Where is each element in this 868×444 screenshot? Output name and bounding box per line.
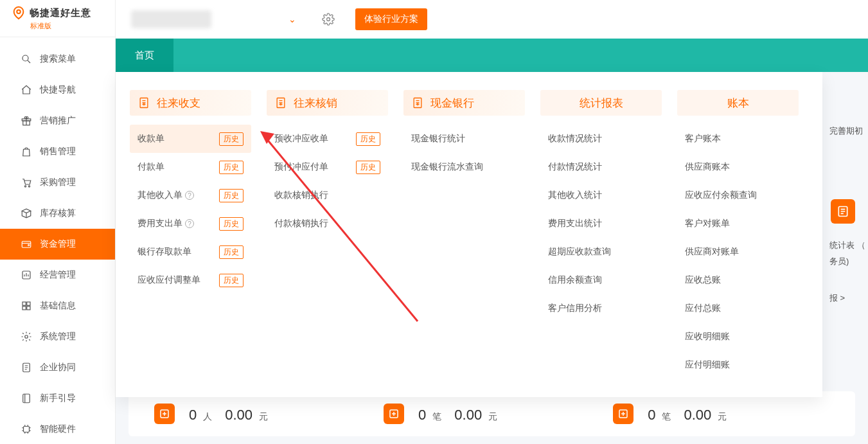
menu-item[interactable]: 信用余额查询 (540, 266, 662, 294)
menu-item-label: 超期应收款查询 (548, 246, 611, 258)
stat-unit: 人 (203, 411, 212, 423)
help-icon[interactable]: ? (185, 191, 194, 200)
history-tag[interactable]: 历史 (219, 132, 244, 146)
menu-item[interactable]: 应收明细账 (677, 323, 799, 351)
column-title: 往来收支 (157, 96, 200, 111)
menu-column: 往来收支收款单历史付款单历史其他收入单?历史费用支出单?历史银行存取款单历史应收… (122, 90, 259, 379)
menu-item[interactable]: 应付总账 (677, 294, 799, 323)
menu-item[interactable]: 应收应付调整单历史 (130, 266, 251, 294)
menu-item[interactable]: 预付冲应付单历史 (267, 153, 388, 181)
bill-icon (274, 96, 287, 109)
bill-icon (137, 96, 150, 109)
sidebar-item-grid[interactable]: 基础信息 (0, 290, 115, 321)
menu-item[interactable]: 客户账本 (677, 125, 799, 153)
sidebar-item-cart[interactable]: 采购管理 (0, 167, 115, 198)
menu-item[interactable]: 费用支出统计 (540, 209, 662, 238)
help-icon[interactable]: ? (185, 219, 194, 228)
sidebar-item-home[interactable]: 快捷导航 (0, 75, 115, 105)
svg-point-7 (28, 244, 30, 245)
menu-item[interactable]: 预收冲应收单历史 (267, 125, 388, 153)
gear-icon[interactable] (322, 13, 335, 26)
org-name-blurred (131, 10, 211, 28)
menu-item[interactable]: 付款核销执行 (267, 209, 388, 238)
sidebar-item-label: 库存核算 (40, 208, 76, 219)
stat-number: 0 (418, 407, 426, 423)
menu-item[interactable]: 收款情况统计 (540, 125, 662, 153)
menu-item[interactable]: 收款核销执行 (267, 181, 388, 209)
sidebar-item-gear[interactable]: 系统管理 (0, 321, 115, 352)
column-title: 账本 (727, 96, 749, 111)
history-tag[interactable]: 历史 (356, 132, 380, 146)
menu-item[interactable]: 现金银行流水查询 (403, 153, 525, 181)
sidebar-item-search[interactable]: 搜索菜单 (0, 44, 115, 75)
peek-text: 完善期初 (829, 123, 868, 138)
menu-item[interactable]: 付款情况统计 (540, 153, 662, 181)
sidebar-item-box[interactable]: 库存核算 (0, 198, 115, 229)
bag-icon (21, 146, 32, 157)
chevron-down-icon[interactable]: ⌄ (288, 14, 296, 24)
sidebar-item-book[interactable]: 新手引导 (0, 383, 115, 414)
menu-item[interactable]: 应付明细账 (677, 351, 799, 379)
history-tag[interactable]: 历史 (219, 217, 244, 231)
stat-unit: 笔 (432, 411, 441, 423)
sidebar-item-label: 采购管理 (40, 177, 76, 188)
menu-item-label: 收款情况统计 (548, 133, 602, 145)
column-header: 账本 (677, 90, 799, 116)
menu-item[interactable]: 客户对账单 (677, 209, 799, 238)
column-header: 往来收支 (130, 90, 251, 116)
menu-item[interactable]: 现金银行统计 (403, 125, 525, 153)
menu-item-label: 付款单 (137, 161, 164, 173)
menu-item-label: 其他收入统计 (548, 190, 602, 201)
menu-item-label: 预收冲应收单 (274, 133, 328, 145)
stat-block: 0笔 0.00元 (384, 404, 497, 424)
menu-item[interactable]: 其他收入单?历史 (130, 181, 251, 209)
sidebar-item-gift[interactable]: 营销推广 (0, 105, 115, 136)
svg-rect-11 (22, 306, 26, 310)
menu-item[interactable]: 超期应收款查询 (540, 238, 662, 266)
history-tag[interactable]: 历史 (219, 189, 244, 202)
sidebar-item-label: 基础信息 (40, 300, 76, 312)
sidebar-item-wallet[interactable]: 资金管理 (0, 229, 115, 260)
menu-item-label: 供应商账本 (685, 161, 730, 173)
float-report-icon[interactable] (831, 199, 855, 224)
sidebar-item-chip[interactable]: 智能硬件 (0, 414, 115, 444)
stat-icon (154, 404, 175, 424)
menu-item-label: 应付总账 (685, 303, 721, 314)
svg-rect-9 (22, 302, 26, 305)
menu-item-label: 现金银行流水查询 (411, 161, 483, 173)
column-title: 统计报表 (580, 96, 623, 111)
menu-item[interactable]: 供应商账本 (677, 153, 799, 181)
sidebar-item-label: 经营管理 (40, 269, 76, 281)
menu-item-label: 银行存取款单 (137, 246, 191, 258)
sidebar-item-doc[interactable]: 企业协同 (0, 352, 115, 383)
tab-home[interactable]: 首页 (116, 39, 173, 72)
cta-button[interactable]: 体验行业方案 (355, 8, 427, 30)
menu-item[interactable]: 费用支出单?历史 (130, 209, 251, 238)
stat-amount-unit: 元 (488, 411, 497, 423)
history-tag[interactable]: 历史 (356, 161, 380, 174)
menu-item[interactable]: 应收总账 (677, 266, 799, 294)
svg-rect-12 (27, 306, 30, 310)
sidebar-item-chart[interactable]: 经营管理 (0, 260, 115, 290)
menu-item-label: 供应商对账单 (685, 246, 739, 258)
right-peek: 报 > (829, 290, 868, 337)
menu-item[interactable]: 付款单历史 (130, 153, 251, 181)
history-tag[interactable]: 历史 (219, 161, 244, 174)
sidebar-item-label: 智能硬件 (40, 423, 76, 435)
menu-item[interactable]: 供应商对账单 (677, 238, 799, 266)
svg-point-13 (25, 335, 28, 339)
menu-item[interactable]: 其他收入统计 (540, 181, 662, 209)
menu-item[interactable]: 收款单历史 (130, 125, 251, 153)
history-tag[interactable]: 历史 (219, 245, 244, 259)
menu-item-label: 应收总账 (685, 274, 721, 286)
menu-item[interactable]: 银行存取款单历史 (130, 238, 251, 266)
history-tag[interactable]: 历史 (219, 274, 244, 287)
stats-row: 0人 0.00元 0笔 0.00元 0笔 0.00元 (128, 391, 855, 436)
menu-item[interactable]: 应收应付余额查询 (677, 181, 799, 209)
sidebar-item-label: 搜索菜单 (40, 53, 76, 65)
column-header: 往来核销 (267, 90, 388, 116)
peek-text: 报 > (829, 290, 868, 305)
menu-item-label: 预付冲应付单 (274, 161, 328, 173)
sidebar-item-bag[interactable]: 销售管理 (0, 136, 115, 167)
menu-item[interactable]: 客户信用分析 (540, 294, 662, 323)
